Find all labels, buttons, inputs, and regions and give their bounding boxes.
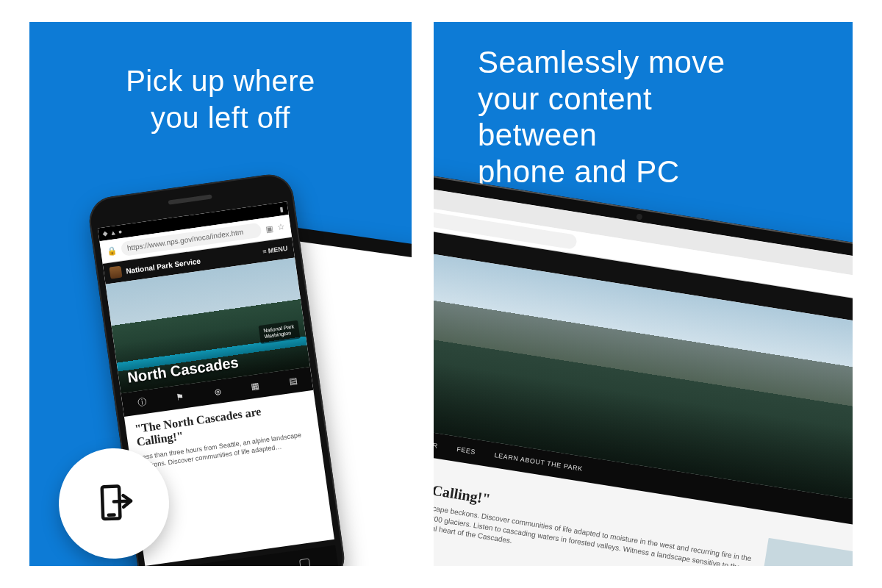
nps-logo-icon: [109, 266, 122, 279]
battery-icon: ▮: [279, 205, 284, 213]
send-to-pc-icon: [90, 480, 137, 527]
promo-panel-left: Pick up where you left off ◆ ▲ ● ▮ 🔒 htt…: [29, 22, 412, 566]
site-menu-button[interactable]: ≡ MENU: [262, 245, 288, 256]
lock-icon: 🔒: [106, 245, 118, 257]
subnav-info-icon[interactable]: ⓘ: [137, 395, 147, 409]
hero-subtitle-pill: National Park Washington: [258, 320, 300, 344]
tablet-screen: North Cascades Nation… – ▢ ✕ ← → ⟳ 🔒 nps…: [434, 169, 853, 566]
subnav-item[interactable]: CALENDAR: [434, 437, 439, 450]
headline-right: Seamlessly move your content between pho…: [478, 44, 725, 190]
nav-recents-icon[interactable]: ▢: [297, 554, 312, 566]
tabs-icon[interactable]: ▣: [265, 223, 273, 234]
subnav-item[interactable]: FEES: [456, 445, 476, 456]
star-icon[interactable]: ☆: [276, 222, 285, 232]
subnav-alerts-icon[interactable]: ⚑: [175, 391, 184, 402]
status-left-icons: ◆ ▲ ●: [102, 228, 122, 238]
promo-two-panel: Pick up where you left off ◆ ▲ ● ▮ 🔒 htt…: [0, 0, 882, 588]
tablet-device: North Cascades Nation… – ▢ ✕ ← → ⟳ 🔒 nps…: [434, 154, 853, 566]
subnav-calendar-icon[interactable]: ▦: [250, 381, 259, 392]
promo-panel-right: Seamlessly move your content between pho…: [434, 22, 853, 566]
nav-home-icon[interactable]: ○: [236, 564, 246, 566]
headline-left: Pick up where you left off: [29, 62, 412, 136]
subnav-fees-icon[interactable]: ▤: [288, 376, 298, 387]
subnav-maps-icon[interactable]: ⊚: [213, 386, 222, 397]
camera-dot: [636, 213, 642, 220]
